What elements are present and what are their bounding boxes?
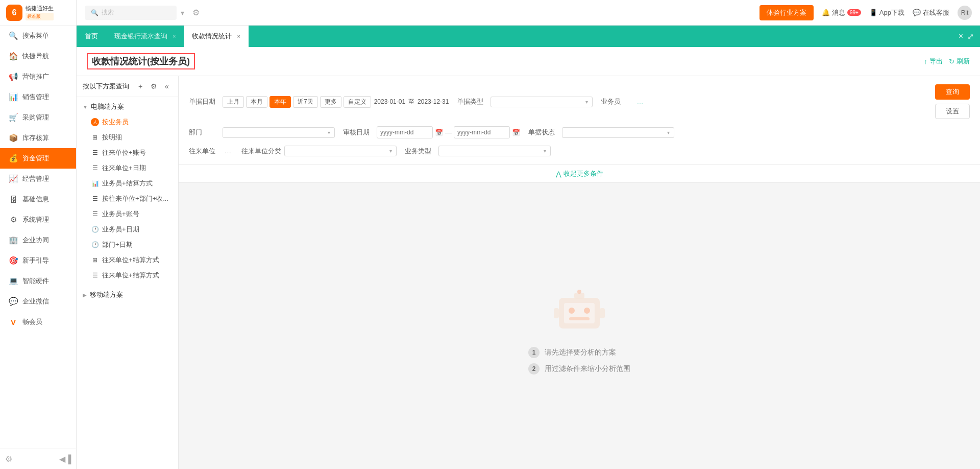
sidebar-item-smart-hw[interactable]: 💻 智能硬件 bbox=[0, 271, 76, 291]
desktop-group-arrow: ▼ bbox=[83, 104, 88, 110]
empty-illustration bbox=[549, 277, 610, 339]
scheme-item-by-detail[interactable]: ⊞ 按明细 bbox=[77, 130, 178, 145]
app-download-action[interactable]: 📱 App下载 bbox=[869, 8, 904, 17]
scheme-item-by-salesman[interactable]: 人 按业务员 bbox=[77, 114, 178, 130]
filter-row-3: 往来单位 … 往来单位分类 ▾ 业务类型 bbox=[189, 146, 970, 156]
empty-step-2: 2 用过滤条件来缩小分析范围 bbox=[528, 363, 630, 374]
scheme-settings-btn[interactable]: ⚙ bbox=[149, 81, 159, 91]
scheme-item-salesman-account[interactable]: ☰ 业务员+账号 bbox=[77, 206, 178, 222]
dept-select[interactable]: ▾ bbox=[223, 127, 335, 138]
sidebar-item-purchase[interactable]: 🛒 采购管理 bbox=[0, 107, 76, 128]
sidebar-item-finance[interactable]: 💰 资金管理 bbox=[0, 148, 76, 169]
export-button[interactable]: ↑ 导出 bbox=[924, 57, 943, 66]
filter-review-date-item: 审核日期 📅 — 📅 bbox=[343, 126, 520, 138]
date-btn-this-year[interactable]: 本年 bbox=[270, 96, 291, 108]
app-download-icon: 📱 bbox=[869, 9, 877, 16]
date-btn-7days[interactable]: 近7天 bbox=[293, 96, 318, 108]
scheme-item-unit-date[interactable]: ☰ 往来单位+日期 bbox=[77, 160, 178, 176]
search-dropdown-icon[interactable]: ▾ bbox=[181, 9, 184, 17]
user-avatar[interactable]: Rit bbox=[958, 6, 972, 20]
scheme-item-salesman-date[interactable]: 🕐 业务员+日期 bbox=[77, 222, 178, 237]
scheme-panel: 按以下方案查询 + ⚙ « ▼ 电脑端方案 人 bbox=[77, 76, 179, 469]
sidebar-item-sales[interactable]: 📊 销售管理 bbox=[0, 87, 76, 107]
counterpart-category-label: 往来单位分类 bbox=[241, 147, 281, 156]
calendar-to-icon[interactable]: 📅 bbox=[512, 129, 520, 136]
notification-action[interactable]: 🔔 消息 99+ bbox=[822, 8, 861, 17]
sidebar-collapse-icon[interactable]: ◀▐ bbox=[59, 454, 71, 464]
trial-button[interactable]: 体验行业方案 bbox=[760, 5, 814, 20]
date-btn-this-month[interactable]: 本月 bbox=[246, 96, 267, 108]
counterpart-category-select[interactable]: ▾ bbox=[284, 146, 397, 156]
sidebar-item-search-menu[interactable]: 🔍 搜索菜单 bbox=[0, 26, 76, 46]
sidebar-item-enterprise[interactable]: 🏢 企业协同 bbox=[0, 230, 76, 250]
review-date-from-input[interactable] bbox=[377, 126, 433, 138]
tab-collection-stats-close[interactable]: × bbox=[237, 33, 240, 39]
scheme-item-unit-settle1[interactable]: ⊞ 往来单位+结算方式 bbox=[77, 252, 178, 268]
scheme-item-dept-date[interactable]: 🕐 部门+日期 bbox=[77, 237, 178, 252]
marketing-icon: 📢 bbox=[8, 72, 18, 82]
settings-button[interactable]: 设置 bbox=[935, 104, 970, 119]
sidebar-item-base-info[interactable]: 🗄 基础信息 bbox=[0, 189, 76, 209]
doc-status-select[interactable]: ▾ bbox=[562, 127, 674, 138]
scheme-add-btn[interactable]: + bbox=[135, 81, 145, 91]
sidebar-bottom: ⚙ ◀▐ bbox=[0, 449, 76, 469]
business-type-label: 业务类型 bbox=[405, 147, 435, 156]
business-type-select[interactable]: ▾ bbox=[438, 146, 551, 156]
unit-dept-icon: ☰ bbox=[91, 195, 99, 202]
sidebar-item-guide[interactable]: 🎯 新手引导 bbox=[0, 250, 76, 271]
window-expand-btn[interactable]: ⤢ bbox=[967, 32, 974, 41]
date-btn-custom[interactable]: 自定义 bbox=[344, 96, 371, 108]
query-buttons-group: 查询 设置 bbox=[935, 84, 970, 119]
doc-status-label: 单据状态 bbox=[528, 128, 559, 137]
base-info-icon: 🗄 bbox=[8, 194, 18, 204]
tab-collection-stats[interactable]: 收款情况统计 × bbox=[184, 26, 248, 47]
scheme-item-salesman-settle[interactable]: 📊 业务员+结算方式 bbox=[77, 176, 178, 191]
sidebar-item-quick-nav[interactable]: 🏠 快捷导航 bbox=[0, 46, 76, 66]
salesman-more-btn[interactable]: … bbox=[636, 98, 643, 106]
page-content: 收款情况统计(按业务员) ↑ 导出 ↻ 刷新 按以下方案查询 + bbox=[77, 47, 980, 469]
doc-type-select[interactable]: ▾ bbox=[491, 97, 593, 107]
mobile-scheme-group-header[interactable]: ▶ 移动端方案 bbox=[77, 287, 178, 302]
scheme-collapse-btn[interactable]: « bbox=[162, 81, 172, 91]
filter-counterpart-category-item: 往来单位分类 ▾ bbox=[241, 146, 397, 156]
scheme-item-unit-settle2[interactable]: ☰ 往来单位+结算方式 bbox=[77, 268, 178, 283]
settings-gear-icon[interactable]: ⚙ bbox=[192, 8, 200, 17]
refresh-button[interactable]: ↻ 刷新 bbox=[949, 57, 970, 66]
tab-cash-flow[interactable]: 现金银行流水查询 × bbox=[106, 26, 184, 47]
sidebar-item-member[interactable]: V 畅会员 bbox=[0, 312, 76, 332]
filter-salesman-item: 业务员 … bbox=[601, 97, 643, 106]
scheme-action-buttons: + ⚙ « bbox=[135, 81, 172, 91]
header-search-box[interactable]: 🔍 搜索 bbox=[85, 6, 177, 20]
calendar-from-icon[interactable]: 📅 bbox=[435, 129, 443, 136]
query-button[interactable]: 查询 bbox=[935, 84, 970, 100]
sidebar-item-inventory[interactable]: 📦 库存核算 bbox=[0, 128, 76, 148]
purchase-icon: 🛒 bbox=[8, 112, 18, 123]
scheme-item-unit-account[interactable]: ☰ 往来单位+账号 bbox=[77, 145, 178, 160]
sidebar-item-system[interactable]: ⚙ 系统管理 bbox=[0, 209, 76, 230]
date-btn-more[interactable]: 更多 bbox=[320, 96, 341, 108]
salesman-icon: 人 bbox=[91, 118, 99, 126]
desktop-scheme-group-header[interactable]: ▼ 电脑端方案 bbox=[77, 99, 178, 114]
sidebar: 6 畅捷通好生 标准版 🔍 搜索菜单 🏠 快捷导航 📢 营销推广 📊 销售管理 … bbox=[0, 0, 77, 469]
tab-cash-flow-close[interactable]: × bbox=[173, 33, 176, 39]
window-close-btn[interactable]: × bbox=[959, 32, 963, 41]
empty-step-1: 1 请先选择要分析的方案 bbox=[528, 347, 630, 358]
dept-label: 部门 bbox=[189, 128, 219, 137]
tab-home[interactable]: 首页 bbox=[77, 26, 106, 47]
sidebar-item-marketing[interactable]: 📢 营销推广 bbox=[0, 66, 76, 87]
review-date-to-input[interactable] bbox=[454, 126, 510, 138]
counterpart-more-icon[interactable]: … bbox=[223, 147, 233, 155]
sidebar-item-operation[interactable]: 📈 经营管理 bbox=[0, 169, 76, 189]
sidebar-settings-icon[interactable]: ⚙ bbox=[5, 454, 12, 464]
sidebar-item-wechat[interactable]: 💬 企业微信 bbox=[0, 291, 76, 312]
search-icon: 🔍 bbox=[91, 9, 99, 16]
date-btn-last-month[interactable]: 上月 bbox=[223, 96, 244, 108]
online-service-action[interactable]: 💬 在线客服 bbox=[913, 8, 949, 17]
collapse-filter-btn[interactable]: ⋀ 收起更多条件 bbox=[179, 165, 980, 183]
export-icon: ↑ bbox=[924, 58, 928, 65]
doc-type-label: 单据类型 bbox=[457, 97, 487, 106]
scheme-item-unit-dept-collect[interactable]: ☰ 按往来单位+部门+收... bbox=[77, 191, 178, 206]
tabs-bar: 首页 现金银行流水查询 × 收款情况统计 × × ⤢ bbox=[77, 26, 980, 47]
doc-status-arrow-icon: ▾ bbox=[667, 130, 670, 135]
service-icon: 💬 bbox=[913, 9, 921, 16]
